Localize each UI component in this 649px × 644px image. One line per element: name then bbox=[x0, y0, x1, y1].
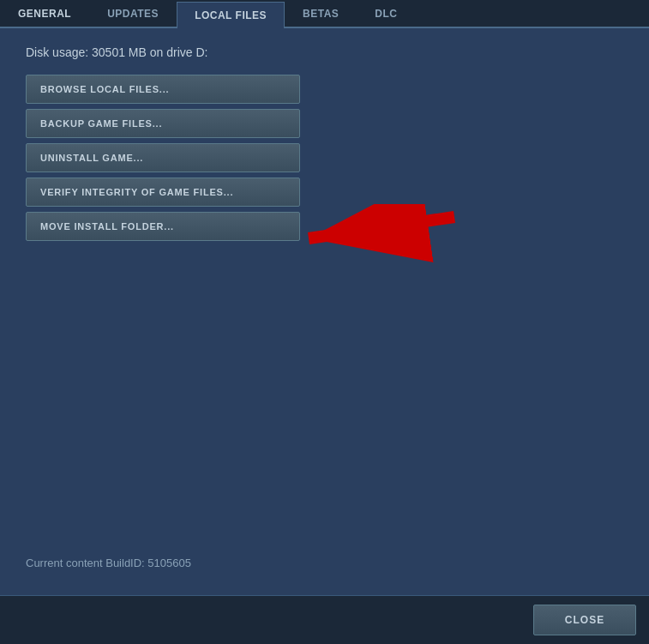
button-browse-local-files[interactable]: BROWSE LOCAL FILES... bbox=[26, 75, 300, 104]
tab-updates[interactable]: UPDATES bbox=[89, 0, 177, 27]
svg-line-1 bbox=[309, 217, 454, 238]
content-area: Disk usage: 30501 MB on drive D: BROWSE … bbox=[0, 28, 649, 595]
tab-bar: GENERALUPDATESLOCAL FILESBETASDLC bbox=[0, 0, 649, 28]
build-id-label: Current content BuildID: 5105605 bbox=[26, 557, 191, 569]
button-verify-integrity[interactable]: VERIFY INTEGRITY OF GAME FILES... bbox=[26, 178, 300, 207]
tab-betas[interactable]: BETAS bbox=[285, 0, 357, 27]
button-backup-game-files[interactable]: BACKUP GAME FILES... bbox=[26, 109, 300, 138]
tab-dlc[interactable]: DLC bbox=[357, 0, 415, 27]
steam-properties-dialog: GENERALUPDATESLOCAL FILESBETASDLC Disk u… bbox=[0, 0, 649, 644]
button-uninstall-game[interactable]: UNINSTALL GAME... bbox=[26, 143, 300, 172]
disk-usage-label: Disk usage: 30501 MB on drive D: bbox=[26, 45, 623, 59]
tab-local-files[interactable]: LOCAL FILES bbox=[177, 2, 285, 28]
arrow-annotation bbox=[291, 204, 463, 273]
tab-general[interactable]: GENERAL bbox=[0, 0, 89, 27]
close-button[interactable]: CLOSE bbox=[533, 605, 636, 635]
button-list: BROWSE LOCAL FILES...BACKUP GAME FILES..… bbox=[26, 75, 300, 241]
footer: CLOSE bbox=[0, 595, 649, 644]
button-move-install-folder[interactable]: MOVE INSTALL FOLDER... bbox=[26, 212, 300, 241]
